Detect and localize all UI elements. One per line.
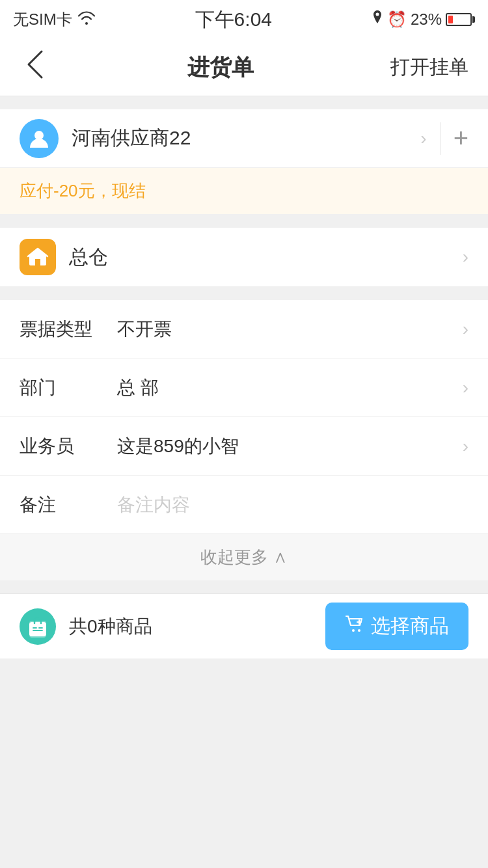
svg-point-5 <box>352 629 355 632</box>
dept-value: 总 部 <box>104 375 463 400</box>
supplier-name: 河南供应商22 <box>72 125 420 152</box>
remark-label: 备注 <box>20 493 104 517</box>
notice-text: 应付-20元，现结 <box>20 181 146 200</box>
svg-point-6 <box>358 629 360 632</box>
section-gap-1 <box>0 96 488 109</box>
salesman-row[interactable]: 业务员 这是859的小智 › <box>0 416 488 475</box>
bottom-bar: 共0种商品 选择商品 <box>0 593 488 658</box>
location-icon <box>372 10 383 29</box>
add-supplier-button[interactable]: + <box>454 124 468 153</box>
warehouse-card: 总仓 › <box>0 228 488 286</box>
dept-label: 部门 <box>20 375 104 400</box>
dept-chevron-icon: › <box>463 377 468 398</box>
dept-row[interactable]: 部门 总 部 › <box>0 358 488 416</box>
notice-bar: 应付-20元，现结 <box>0 168 488 215</box>
select-goods-label: 选择商品 <box>371 613 449 640</box>
warehouse-icon <box>20 239 56 275</box>
salesman-label: 业务员 <box>20 434 104 459</box>
salesman-value: 这是859的小智 <box>104 434 463 459</box>
back-button[interactable] <box>20 42 51 92</box>
section-gap-2 <box>0 215 488 228</box>
select-goods-button[interactable]: 选择商品 <box>325 603 468 650</box>
status-bar: 无SIM卡 下午6:04 ⏰ 23% <box>0 0 488 39</box>
warehouse-row[interactable]: 总仓 › <box>0 228 488 286</box>
invoice-row[interactable]: 票据类型 不开票 › <box>0 299 488 358</box>
status-left: 无SIM卡 <box>13 9 96 30</box>
supplier-chevron-icon: › <box>420 128 426 149</box>
section-gap-3 <box>0 286 488 299</box>
supplier-avatar <box>20 119 59 158</box>
salesman-chevron-icon: › <box>463 436 468 457</box>
page-background <box>0 658 488 854</box>
invoice-chevron-icon: › <box>463 319 468 340</box>
svg-rect-4 <box>29 623 46 635</box>
wifi-icon <box>77 10 96 29</box>
remark-row[interactable]: 备注 备注内容 <box>0 475 488 534</box>
status-time: 下午6:04 <box>195 7 272 33</box>
open-pending-button[interactable]: 打开挂单 <box>390 54 468 81</box>
warehouse-name: 总仓 <box>69 244 463 271</box>
invoice-label: 票据类型 <box>20 317 104 342</box>
goods-count: 共0种商品 <box>69 614 325 639</box>
battery-percent: 23% <box>411 10 442 29</box>
form-card: 票据类型 不开票 › 部门 总 部 › 业务员 这是859的小智 › 备注 备注… <box>0 299 488 580</box>
page-title: 进货单 <box>187 53 254 83</box>
battery-icon <box>446 13 475 26</box>
alarm-icon: ⏰ <box>387 10 407 29</box>
cart-icon <box>345 615 364 638</box>
svg-point-0 <box>34 131 44 140</box>
goods-bag-icon <box>20 608 56 645</box>
svg-rect-2 <box>35 259 40 265</box>
remark-input[interactable]: 备注内容 <box>104 493 468 517</box>
collapse-button[interactable]: 收起更多 ∧ <box>0 534 488 580</box>
supplier-divider <box>440 122 441 155</box>
carrier-text: 无SIM卡 <box>13 9 72 30</box>
supplier-card: 河南供应商22 › + 应付-20元，现结 <box>0 109 488 215</box>
collapse-label: 收起更多 ∧ <box>200 546 287 569</box>
invoice-value: 不开票 <box>104 317 463 342</box>
section-gap-4 <box>0 580 488 593</box>
warehouse-chevron-icon: › <box>463 247 468 267</box>
status-right: ⏰ 23% <box>372 10 475 29</box>
nav-bar: 进货单 打开挂单 <box>0 39 488 96</box>
supplier-row[interactable]: 河南供应商22 › + <box>0 109 488 168</box>
